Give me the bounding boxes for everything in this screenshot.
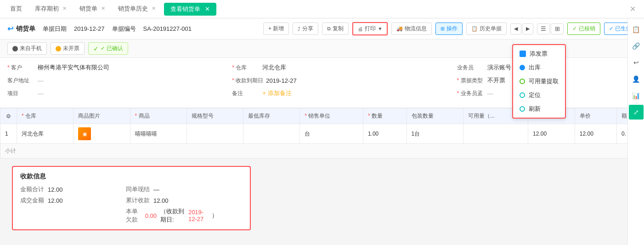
sidebar-icon-1[interactable]: 📋	[629, 22, 644, 37]
menu-locate[interactable]: 定位	[513, 88, 565, 102]
sidebar-icon-4[interactable]: 👤	[629, 72, 644, 86]
date-value: 2019-12-27	[74, 25, 105, 32]
staff-label: 业务员	[457, 64, 485, 72]
payment-total-value: 12.00	[48, 186, 63, 193]
sidebar-icon-5[interactable]: 📊	[629, 88, 644, 103]
menu-add-invoice[interactable]: 添发票	[513, 47, 565, 61]
prev-arrow[interactable]: ◀	[510, 23, 521, 34]
operate-icon: ⊞	[441, 26, 445, 32]
menu-outbound[interactable]: 出库	[513, 61, 565, 74]
print-dropdown-arrow: ▼	[378, 26, 382, 31]
open-icon	[56, 46, 61, 51]
payment-box: 收款信息 金额合计 12.00 同单现结 — 成交金额 12.00 累计收款 1…	[12, 166, 251, 230]
warehouse-label: 仓库	[232, 64, 260, 72]
tab-home[interactable]: 首页	[4, 0, 28, 18]
payment-total-label: 金额合计	[20, 185, 44, 194]
customer-field: 客户 柳州粤港平安气体有限公司	[7, 63, 232, 72]
subtotal-label: 小计	[0, 144, 644, 159]
payment-deal-value: 12.00	[48, 197, 63, 204]
cell-min-stock	[243, 124, 300, 144]
menu-available-qty[interactable]: 可用量提取	[513, 74, 565, 88]
sold-button[interactable]: ✓ 已核销	[567, 23, 600, 35]
customer-label: 客户	[7, 64, 35, 72]
cell-product: 嘻嘻嘻嘻	[130, 124, 186, 144]
due-date-value: 2019-12-27	[266, 77, 303, 84]
payment-owed-note: （收款到期日:	[160, 207, 185, 224]
from-mobile-button[interactable]: 来自手机	[7, 42, 47, 55]
project-value: —	[38, 90, 74, 97]
add-invoice-icon	[520, 51, 526, 57]
project-field: 项目 —	[7, 90, 232, 97]
menu-refresh[interactable]: 刷新	[513, 102, 565, 116]
subtotal-row: 小计	[0, 144, 644, 159]
sidebar-icon-expand[interactable]: ⤢	[629, 105, 644, 120]
not-open-button[interactable]: 未开票	[51, 42, 85, 55]
th-gear: ⚙	[0, 108, 17, 124]
tab-view-sales[interactable]: 查看销货单 ✕	[164, 3, 216, 16]
tab-sales-history[interactable]: 销货单历史 ✕	[112, 0, 162, 18]
th-pkg-qty: 包装数量	[407, 108, 463, 124]
share-button[interactable]: ⤴ 分享	[293, 23, 318, 35]
phone-icon	[12, 46, 18, 51]
close-window-button[interactable]: ✕	[625, 5, 640, 13]
close-inventory-tab[interactable]: ✕	[62, 6, 67, 11]
th-price: 单价	[575, 108, 616, 124]
payment-total-row: 金额合计 12.00	[20, 185, 112, 194]
payment-same-order-row: 同单现结 —	[126, 185, 218, 194]
grid-view-btn[interactable]: ⊞	[551, 23, 564, 34]
next-arrow[interactable]: ▶	[522, 23, 533, 34]
payment-section: 收款信息 金额合计 12.00 同单现结 — 成交金额 12.00 累计收款 1…	[0, 159, 644, 238]
list-view-btn[interactable]: ☰	[537, 23, 550, 34]
close-history-tab[interactable]: ✕	[152, 6, 156, 11]
logistics-button[interactable]: 🚚 物流信息	[391, 23, 432, 35]
doc-title: ↩ 销货单	[7, 24, 35, 33]
payment-owed-end: ）	[212, 211, 218, 220]
available-qty-icon	[520, 79, 525, 84]
print-button[interactable]: 🖨 打印 ▼	[352, 22, 388, 35]
payment-cumulative-value: 12.00	[153, 197, 169, 204]
payment-owed-date: 2019-12-27	[188, 209, 208, 222]
doc-title-text: 销货单	[16, 25, 35, 33]
close-view-sales-tab[interactable]: ✕	[205, 6, 210, 12]
new-button[interactable]: + 新增	[263, 23, 289, 35]
cell-unit: 台	[300, 124, 363, 144]
doc-icon: ↩	[7, 24, 13, 33]
doc-meta: 单据日期 2019-12-27 单据编号 SA-20191227-001	[43, 25, 192, 33]
product-thumb-icon: ▣	[83, 131, 87, 137]
note-add-btn[interactable]: + 添加备注	[262, 89, 291, 97]
copy-button[interactable]: ⧉ 复制	[322, 23, 349, 35]
sidebar-icon-3[interactable]: ↩	[629, 55, 644, 70]
address-field: 客户地址 —	[7, 77, 232, 85]
th-product: 商品	[130, 108, 186, 124]
tab-inventory[interactable]: 库存期初 ✕	[28, 0, 73, 18]
locate-icon	[520, 92, 525, 98]
payment-cumulative-label: 累计收款	[126, 196, 150, 205]
payment-grid: 金额合计 12.00 同单现结 — 成交金额 12.00 累计收款 12.00	[20, 185, 243, 224]
operate-button[interactable]: ⊞ 操作	[435, 23, 463, 35]
logistics-icon: 🚚	[396, 26, 403, 32]
confirmed-status[interactable]: ✓ ✓ 已确认	[88, 42, 128, 55]
share-icon: ⤴	[298, 26, 300, 32]
due-date-label: 收款到期日	[232, 77, 263, 85]
payment-owed-row: 本单欠款 0.00 （收款到期日: 2019-12-27 ）	[126, 207, 218, 224]
sidebar-icon-2[interactable]: 🔗	[629, 39, 644, 53]
cell-price: 12.00	[575, 124, 616, 144]
doc-actions: + 新增 ⤴ 分享 ⧉ 复制 🖨 打印 ▼ 🚚 物流信息 ⊞ 操作	[263, 22, 637, 35]
ticket-label: 票据类型	[457, 77, 485, 85]
warehouse-field: 仓库 河北仓库	[232, 63, 457, 72]
outbound-icon	[520, 65, 525, 70]
close-sales-tab[interactable]: ✕	[101, 6, 105, 11]
payment-owed-value: 0.00	[145, 212, 157, 219]
tab-sales[interactable]: 销货单 ✕	[73, 0, 112, 18]
th-unit: 销售单位	[300, 108, 363, 124]
tab-bar: 首页 库存期初 ✕ 销货单 ✕ 销货单历史 ✕ 查看销货单 ✕ ✕	[0, 0, 644, 18]
history-button[interactable]: 📋 历史单据	[466, 23, 507, 35]
warehouse-value: 河北仓库	[262, 63, 299, 72]
address-value: —	[38, 77, 74, 84]
cell-avail	[463, 124, 528, 144]
doc-header: ↩ 销货单 单据日期 2019-12-27 单据编号 SA-20191227-0…	[0, 18, 644, 40]
view-toggle: ☰ ⊞	[537, 23, 564, 34]
payment-same-order-value: —	[153, 186, 159, 193]
due-date-field: 收款到期日 2019-12-27	[232, 77, 457, 85]
print-icon: 🖨	[358, 26, 363, 32]
